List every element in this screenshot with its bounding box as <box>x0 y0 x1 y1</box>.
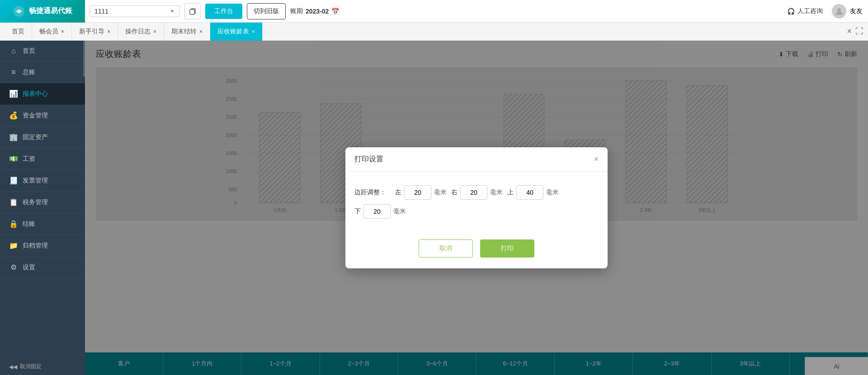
confirm-print-button[interactable]: 打印 <box>480 239 534 258</box>
sidebar-close-label: 结账 <box>23 220 35 228</box>
modal-body: 边距调整： 左 毫米 右 毫米 上 <box>345 172 608 232</box>
tab-member-label: 畅会员 <box>39 28 58 36</box>
sidebar: ⌂ 首页 ≡ 总账 📊 报表中心 💰 资金管理 🏢 固定资产 💵 工资 🧾 发票… <box>0 41 85 375</box>
funds-icon: 💰 <box>9 111 18 120</box>
top-margin-group: 上 毫米 <box>507 185 559 200</box>
tab-receivable-aging[interactable]: 应收账龄表 × <box>210 23 263 41</box>
sidebar-item-archive[interactable]: 📁 归档管理 <box>0 235 85 257</box>
top-header: 畅捷通易代账 1111 ▼ 工作台 切到旧版 账期 2023-02 📅 🎧 人工… <box>0 0 868 23</box>
left-margin-input[interactable] <box>404 185 431 200</box>
sidebar-item-fixed-assets[interactable]: 🏢 固定资产 <box>0 127 85 148</box>
calendar-icon[interactable]: 📅 <box>331 8 339 15</box>
right-unit: 毫米 <box>490 188 503 197</box>
tab-log-close[interactable]: × <box>153 28 156 35</box>
sidebar-footer[interactable]: ◀◀ 取消固定 <box>0 358 85 375</box>
sidebar-item-settings[interactable]: ⚙ 设置 <box>0 257 85 278</box>
tab-receivable-aging-label: 应收账龄表 <box>217 28 249 36</box>
close-window-button[interactable]: × <box>847 27 852 36</box>
modal-title: 打印设置 <box>354 155 383 164</box>
left-direction-label: 左 <box>395 188 401 197</box>
logo-icon <box>13 5 25 18</box>
top-unit: 毫米 <box>546 188 559 197</box>
period-area: 账期 2023-02 📅 <box>290 7 339 15</box>
tab-guide-close[interactable]: × <box>107 28 110 35</box>
sidebar-funds-label: 资金管理 <box>23 112 48 120</box>
tax-icon: 📋 <box>9 198 18 206</box>
fixed-assets-icon: 🏢 <box>9 133 18 141</box>
tab-member-close[interactable]: × <box>61 28 64 35</box>
right-direction-label: 右 <box>451 188 458 197</box>
headset-icon: 🎧 <box>787 8 795 15</box>
avatar <box>832 4 846 19</box>
close-account-icon: 🔒 <box>9 220 18 228</box>
sidebar-item-close[interactable]: 🔒 结账 <box>0 213 85 235</box>
consulting-label: 人工咨询 <box>797 7 823 15</box>
invoice-icon: 🧾 <box>9 176 18 185</box>
tab-home[interactable]: 首页 <box>5 23 32 41</box>
left-margin-group: 左 毫米 <box>395 185 447 200</box>
svg-rect-1 <box>190 9 194 14</box>
sidebar-item-home[interactable]: ⌂ 首页 <box>0 41 85 62</box>
sidebar-salary-label: 工资 <box>23 155 35 163</box>
sidebar-settings-label: 设置 <box>23 263 35 272</box>
tab-period-end-label: 期末结转 <box>171 28 197 36</box>
sidebar-item-funds[interactable]: 💰 资金管理 <box>0 105 85 127</box>
svg-point-2 <box>837 8 841 12</box>
reports-icon: 📊 <box>9 89 18 98</box>
tab-period-end[interactable]: 期末结转 × <box>164 23 210 41</box>
tab-guide-label: 新手引导 <box>79 28 104 36</box>
logo-text: 畅捷通易代账 <box>29 6 72 16</box>
tab-log-label: 操作日志 <box>125 28 151 36</box>
modal-overlay: 打印设置 × 边距调整： 左 毫米 右 毫米 <box>85 41 868 375</box>
tab-log[interactable]: 操作日志 × <box>118 23 164 41</box>
tab-member[interactable]: 畅会员 × <box>32 23 72 41</box>
sidebar-item-salary[interactable]: 💵 工资 <box>0 148 85 170</box>
modal-footer: 取消 打印 <box>345 232 608 268</box>
bottom-unit: 毫米 <box>393 207 406 216</box>
bottom-margin-input[interactable] <box>363 204 391 219</box>
pin-icon: ◀◀ <box>9 364 17 370</box>
sidebar-invoice-label: 发票管理 <box>23 177 48 185</box>
sidebar-item-reports[interactable]: 📊 报表中心 <box>0 83 85 105</box>
sidebar-tax-label: 税务管理 <box>23 198 48 206</box>
print-settings-modal: 打印设置 × 边距调整： 左 毫米 右 毫米 <box>345 147 608 268</box>
sidebar-item-ledger[interactable]: ≡ 总账 <box>0 62 85 83</box>
cancel-button[interactable]: 取消 <box>419 239 473 258</box>
tab-period-end-close[interactable]: × <box>199 28 203 35</box>
company-selector[interactable]: 1111 ▼ <box>90 5 180 17</box>
right-margin-group: 右 毫米 <box>451 185 503 200</box>
modal-close-button[interactable]: × <box>594 155 599 164</box>
tab-guide[interactable]: 新手引导 × <box>72 23 118 41</box>
user-label: 友友 <box>850 7 863 15</box>
margin-row: 边距调整： 左 毫米 右 毫米 上 <box>354 185 599 219</box>
top-direction-label: 上 <box>507 188 514 197</box>
workbench-button[interactable]: 工作台 <box>205 4 242 19</box>
bottom-direction-label: 下 <box>354 207 361 216</box>
header-right: 🎧 人工咨询 友友 <box>787 4 863 19</box>
top-margin-input[interactable] <box>516 185 543 200</box>
ledger-icon: ≡ <box>9 68 18 76</box>
logo-area: 畅捷通易代账 <box>0 0 85 23</box>
maximize-window-button[interactable]: ⛶ <box>855 27 863 36</box>
sidebar-item-invoice[interactable]: 🧾 发票管理 <box>0 170 85 192</box>
company-name: 1111 <box>94 8 167 15</box>
tab-actions: × ⛶ <box>847 27 863 36</box>
sidebar-item-tax[interactable]: 📋 税务管理 <box>0 192 85 213</box>
bottom-margin-group: 下 毫米 <box>354 204 406 219</box>
right-margin-input[interactable] <box>460 185 487 200</box>
sidebar-ledger-label: 总账 <box>23 68 35 76</box>
sidebar-footer-label: 取消固定 <box>20 363 42 370</box>
consulting-button[interactable]: 🎧 人工咨询 <box>787 7 823 15</box>
home-icon: ⌂ <box>9 47 18 55</box>
user-area[interactable]: 友友 <box>832 4 863 19</box>
period-label: 账期 <box>290 7 303 15</box>
content-area: 应收账龄表 ⬇ 下载 🖨 打印 ↻ 刷新 <box>85 41 868 375</box>
chevron-down-icon: ▼ <box>170 8 175 14</box>
switch-version-button[interactable]: 切到旧版 <box>247 3 286 19</box>
copy-button[interactable] <box>184 3 201 19</box>
margin-label: 边距调整： <box>354 188 386 197</box>
left-unit: 毫米 <box>434 188 447 197</box>
archive-icon: 📁 <box>9 241 18 250</box>
tab-bar: 首页 畅会员 × 新手引导 × 操作日志 × 期末结转 × 应收账龄表 × × … <box>0 23 868 41</box>
tab-receivable-aging-close[interactable]: × <box>252 28 255 35</box>
